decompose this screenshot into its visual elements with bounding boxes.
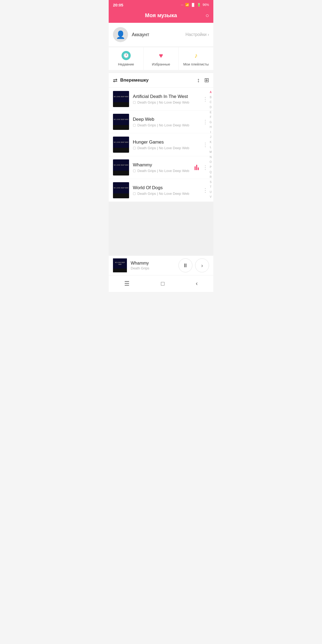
song-cover: NO LOVE DEEP WEB bbox=[113, 182, 129, 198]
np-info: Whammy Death Grips bbox=[131, 261, 175, 270]
alpha-letter[interactable]: C bbox=[208, 101, 213, 104]
header-title: Моя музыка bbox=[145, 12, 177, 19]
music-icon: ♪ bbox=[191, 51, 200, 60]
account-left: 👤 Аккаунт bbox=[113, 27, 149, 42]
song-actions: ⋮ bbox=[195, 163, 209, 172]
song-artist-album: Death Grips | No Love Deep Web bbox=[137, 100, 189, 104]
battery-icon: 🔋 bbox=[197, 3, 201, 7]
now-playing-bar[interactable]: NO LOVE DEEP WEB Whammy Death Grips ⏸ › bbox=[109, 255, 213, 275]
song-item[interactable]: NO LOVE DEEP WEB Deep Web ▢ Death Grips … bbox=[109, 111, 213, 133]
song-item[interactable]: NO LOVE DEEP WEB Whammy ▢ Death Grips | … bbox=[109, 156, 213, 179]
file-icon: ▢ bbox=[133, 123, 136, 127]
shuffle-label: Вперемешку bbox=[120, 78, 149, 83]
alpha-letter[interactable]: K bbox=[208, 141, 213, 144]
shuffle-left: ⇄ Вперемешку bbox=[113, 77, 149, 83]
file-icon: ▢ bbox=[133, 100, 136, 104]
back-icon[interactable]: ‹ bbox=[190, 279, 203, 289]
alpha-letter[interactable]: M bbox=[208, 151, 213, 154]
song-artist-album: Death Grips | No Love Deep Web bbox=[137, 146, 189, 150]
alpha-letter[interactable]: Q bbox=[208, 171, 213, 174]
song-title: World Of Dogs bbox=[133, 185, 202, 191]
np-cover: NO LOVE DEEP WEB bbox=[113, 258, 127, 272]
controls-bar: ⇄ Вперемешку ↕ ⊞ bbox=[109, 73, 213, 88]
alpha-letter[interactable]: B bbox=[208, 96, 213, 99]
np-controls: ⏸ › bbox=[178, 258, 209, 272]
file-icon: ▢ bbox=[133, 192, 136, 195]
tab-playlists[interactable]: ♪ Мои плейлисты bbox=[179, 47, 213, 70]
chevron-right-icon: › bbox=[208, 32, 209, 37]
alpha-sidebar: ABCDEFGHIJKLMNOPQRSTUV bbox=[208, 88, 213, 202]
song-artist-album: Death Grips | No Love Deep Web bbox=[137, 192, 189, 196]
grid-icon[interactable]: ⊞ bbox=[204, 77, 209, 84]
playing-indicator bbox=[195, 165, 199, 170]
song-info: Artificial Death In The West ▢ Death Gri… bbox=[133, 94, 202, 104]
clock-icon: 🕐 bbox=[122, 51, 131, 60]
nav-tabs: 🕐 Недавние ♥ Избранные ♪ Мои плейлисты bbox=[109, 47, 213, 70]
controls-right: ↕ ⊞ bbox=[197, 77, 209, 84]
settings-label: Настройки bbox=[185, 32, 206, 37]
menu-icon[interactable]: ☰ bbox=[119, 279, 135, 289]
song-meta: ▢ Death Grips | No Love Deep Web bbox=[133, 100, 202, 104]
alpha-letter[interactable]: R bbox=[208, 175, 213, 179]
alpha-letter[interactable]: U bbox=[208, 191, 213, 194]
song-cover: NO LOVE DEEP WEB bbox=[113, 114, 129, 130]
sort-icon[interactable]: ↕ bbox=[197, 77, 200, 84]
song-info: World Of Dogs ▢ Death Grips | No Love De… bbox=[133, 185, 202, 196]
song-artist-album: Death Grips | No Love Deep Web bbox=[137, 123, 189, 127]
alpha-letter[interactable]: G bbox=[208, 121, 213, 124]
alpha-letter[interactable]: H bbox=[208, 126, 213, 129]
alpha-letter[interactable]: J bbox=[208, 136, 213, 139]
np-title: Whammy bbox=[131, 261, 175, 266]
alpha-letter[interactable]: I bbox=[208, 131, 213, 134]
wifi-icon: 📶 bbox=[185, 3, 189, 7]
account-name: Аккаунт bbox=[132, 32, 149, 38]
song-list: NO LOVE DEEP WEB Artificial Death In The… bbox=[109, 88, 213, 202]
song-title: Hunger Games bbox=[133, 140, 202, 145]
next-button[interactable]: › bbox=[195, 258, 209, 272]
shuffle-icon[interactable]: ⇄ bbox=[113, 77, 118, 83]
alpha-letter[interactable]: F bbox=[208, 116, 213, 119]
alpha-letter[interactable]: O bbox=[208, 160, 213, 164]
alpha-letter[interactable]: S bbox=[208, 181, 213, 184]
empty-space bbox=[109, 202, 213, 255]
signal-icon: ▐▌ bbox=[191, 3, 195, 7]
song-info: Whammy ▢ Death Grips | No Love Deep Web bbox=[133, 162, 195, 173]
tab-playlists-label: Мои плейлисты bbox=[183, 62, 209, 66]
search-icon[interactable]: ○ bbox=[206, 12, 209, 19]
avatar[interactable]: 👤 bbox=[113, 27, 128, 42]
tab-favorites[interactable]: ♥ Избранные bbox=[144, 47, 178, 70]
song-meta: ▢ Death Grips | No Love Deep Web bbox=[133, 123, 202, 127]
alpha-letter[interactable]: N bbox=[208, 156, 213, 159]
settings-link[interactable]: Настройки › bbox=[185, 32, 209, 37]
tab-favorites-label: Избранные bbox=[152, 62, 170, 66]
pause-button[interactable]: ⏸ bbox=[178, 258, 192, 272]
alpha-letter[interactable]: A bbox=[208, 91, 213, 94]
battery-percent: 96% bbox=[203, 3, 209, 7]
alpha-letter[interactable]: E bbox=[208, 111, 213, 114]
alpha-letter[interactable]: L bbox=[208, 146, 213, 149]
song-item[interactable]: NO LOVE DEEP WEB Hunger Games ▢ Death Gr… bbox=[109, 133, 213, 156]
bottom-nav: ☰ □ ‹ bbox=[109, 275, 213, 292]
song-info: Deep Web ▢ Death Grips | No Love Deep We… bbox=[133, 117, 202, 127]
song-meta: ▢ Death Grips | No Love Deep Web bbox=[133, 169, 195, 173]
np-artist: Death Grips bbox=[131, 266, 175, 270]
alpha-letter[interactable]: P bbox=[208, 166, 213, 169]
status-bar: 20:05 ··· 📶 ▐▌ 🔋 96% bbox=[109, 0, 213, 10]
status-icons: ··· 📶 ▐▌ 🔋 96% bbox=[181, 3, 209, 7]
file-icon: ▢ bbox=[133, 146, 136, 150]
home-icon[interactable]: □ bbox=[156, 279, 170, 289]
song-title: Whammy bbox=[133, 162, 195, 168]
person-icon: 👤 bbox=[116, 30, 125, 39]
song-item[interactable]: NO LOVE DEEP WEB Artificial Death In The… bbox=[109, 88, 213, 111]
alpha-letter[interactable]: T bbox=[208, 185, 213, 189]
song-item[interactable]: NO LOVE DEEP WEB World Of Dogs ▢ Death G… bbox=[109, 179, 213, 202]
header: Моя музыка ○ bbox=[109, 10, 213, 23]
account-section: 👤 Аккаунт Настройки › bbox=[109, 23, 213, 46]
alpha-letter[interactable]: D bbox=[208, 106, 213, 109]
alpha-letter[interactable]: V bbox=[208, 195, 213, 199]
tab-recent-label: Недавние bbox=[118, 62, 134, 66]
song-cover: NO LOVE DEEP WEB bbox=[113, 91, 129, 107]
status-time: 20:05 bbox=[113, 3, 123, 7]
song-cover: NO LOVE DEEP WEB bbox=[113, 159, 129, 175]
tab-recent[interactable]: 🕐 Недавние bbox=[109, 47, 144, 70]
